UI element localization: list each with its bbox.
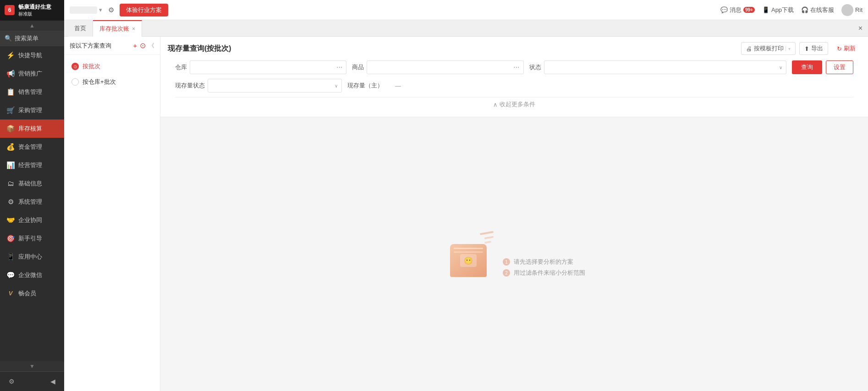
- status-label: 状态: [529, 63, 541, 71]
- refresh-label: 刷新: [844, 44, 856, 53]
- sidebar-item-marketing[interactable]: 📢 营销推广: [0, 65, 64, 83]
- page-header-top: 现存量查询(按批次) 🖨 按模板打印 ▾ ⬆ 导出 ↻: [168, 42, 861, 55]
- query-btn[interactable]: 查询: [792, 60, 822, 74]
- scheme-item-batch[interactable]: ⊙ 按批次: [64, 59, 160, 74]
- sidebar-item-apps[interactable]: 📱 应用中心: [0, 248, 64, 266]
- scheme-list: ⊙ 按批次 按仓库+批次: [64, 55, 160, 93]
- refresh-btn[interactable]: ↻ 刷新: [832, 42, 861, 55]
- sidebar-item-cooperation[interactable]: 🤝 企业协同: [0, 211, 64, 229]
- sidebar-item-finance[interactable]: 💰 资金管理: [0, 138, 64, 156]
- online-service-btn[interactable]: 🎧 在线客服: [801, 6, 834, 14]
- trial-industry-btn[interactable]: 体验行业方案: [120, 4, 168, 16]
- topbar: ▾ ⚙ 体验行业方案 💬 消息 99+ 📱 App下载 🎧 在线客服 Rit: [64, 0, 868, 20]
- scheme-settings-btn[interactable]: ⊙: [140, 41, 146, 50]
- sidebar-header: 6 畅康通好生意 标准版: [0, 0, 64, 21]
- messages-btn[interactable]: 💬 消息 99+: [720, 6, 755, 14]
- sidebar-item-system[interactable]: ⚙ 系统管理: [0, 193, 64, 211]
- print-template-btn[interactable]: 🖨 按模板打印 ▾: [741, 42, 796, 55]
- sidebar-item-operation[interactable]: 📊 经营管理: [0, 156, 64, 174]
- sidebar-collapse-btn[interactable]: ◀: [48, 376, 58, 386]
- tab-panel-close-btn[interactable]: ×: [853, 24, 868, 33]
- empty-state: 😶 1 请先选择要分析的方案 2 用: [160, 117, 868, 391]
- print-icon: 🖨: [746, 45, 752, 52]
- warehouse-input[interactable]: ···: [190, 60, 346, 74]
- scheme-item-warehouse-batch[interactable]: 按仓库+批次: [64, 74, 160, 90]
- headset-icon: 🎧: [801, 6, 808, 13]
- sidebar-scroll-up[interactable]: ▲: [0, 21, 64, 31]
- page-header: 现存量查询(按批次) 🖨 按模板打印 ▾ ⬆ 导出 ↻: [160, 37, 868, 117]
- tab-close-icon[interactable]: ×: [132, 26, 135, 32]
- empty-illustration: 😶: [443, 231, 494, 277]
- tab-batch-account[interactable]: 库存批次账 ×: [93, 20, 142, 37]
- warehouse-dots-icon[interactable]: ···: [336, 63, 342, 71]
- scheme-collapse-btn[interactable]: 《: [148, 42, 154, 50]
- app-download-label: App下载: [771, 6, 794, 14]
- sidebar-item-member[interactable]: V 畅会员: [0, 284, 64, 303]
- tabbar: 首页 库存批次账 × ×: [64, 20, 868, 37]
- sidebar-item-sales[interactable]: 📋 销售管理: [0, 83, 64, 101]
- tip-text-1: 请先选择要分析的方案: [514, 258, 573, 266]
- topbar-right: 💬 消息 99+ 📱 App下载 🎧 在线客服 Rit: [720, 4, 863, 16]
- collapse-bar[interactable]: ∧ 收起更多条件: [175, 97, 853, 111]
- apps-icon: 📱: [6, 253, 15, 261]
- stock-status-arrow-icon: ∨: [335, 83, 338, 88]
- sidebar-item-guide[interactable]: 🎯 新手引导: [0, 229, 64, 248]
- sidebar-item-label: 基础信息: [18, 179, 42, 188]
- online-service-label: 在线客服: [810, 6, 834, 14]
- sidebar-item-label: 经营管理: [18, 161, 42, 169]
- sidebar-item-label: 营销推广: [18, 70, 42, 78]
- sales-icon: 📋: [6, 88, 15, 96]
- topbar-left: ▾ ⚙ 体验行业方案: [70, 4, 168, 16]
- message-icon: 💬: [720, 6, 728, 13]
- sidebar-settings-btn[interactable]: ⚙: [6, 376, 16, 386]
- product-filter: 商品 ···: [352, 60, 523, 74]
- tip-num-1: 1: [503, 258, 510, 266]
- product-dots-icon[interactable]: ···: [513, 63, 519, 71]
- basic-icon: 🗂: [6, 179, 15, 188]
- stock-status-select[interactable]: ∨: [208, 79, 342, 92]
- guide-icon: 🎯: [6, 234, 15, 243]
- member-icon: V: [6, 289, 15, 298]
- empty-line-1: [480, 231, 494, 235]
- scheme-item-batch-label: 按批次: [82, 62, 100, 71]
- message-badge: 99+: [743, 7, 755, 13]
- sidebar-item-label: 库存核算: [18, 125, 42, 133]
- sidebar-item-label: 系统管理: [18, 198, 42, 206]
- app-download-btn[interactable]: 📱 App下载: [762, 6, 794, 14]
- topbar-settings-icon[interactable]: ⚙: [106, 5, 116, 15]
- box-line-1: [454, 248, 483, 249]
- app-name: 畅康通好生意: [18, 4, 51, 11]
- app-name-block: 畅康通好生意 标准版: [18, 4, 51, 17]
- export-icon: ⬆: [804, 45, 809, 52]
- user-profile[interactable]: Rit: [841, 4, 863, 16]
- collapse-label: 收起更多条件: [500, 100, 535, 109]
- sidebar-search[interactable]: 🔍 搜索菜单: [0, 31, 64, 46]
- filter-area: 仓库 ··· 商品 ···: [168, 60, 861, 117]
- filter-settings-btn[interactable]: 设置: [826, 60, 853, 74]
- print-dropdown-arrow[interactable]: ▾: [786, 46, 791, 51]
- scheme-add-btn[interactable]: +: [133, 42, 137, 49]
- sidebar-scroll-down[interactable]: ▼: [0, 361, 64, 371]
- status-select[interactable]: ∨: [544, 60, 786, 74]
- sidebar-item-quick-nav[interactable]: ⚡ 快捷导航: [0, 46, 64, 65]
- marketing-icon: 📢: [6, 70, 15, 78]
- empty-tips: 1 请先选择要分析的方案 2 用过滤条件来缩小分析范围: [503, 258, 585, 277]
- quick-nav-icon: ⚡: [6, 51, 15, 60]
- scheme-header-label: 按以下方案查询: [70, 42, 111, 50]
- sidebar-item-wechat[interactable]: 💬 企业微信: [0, 266, 64, 284]
- filter-row-2: 现存量状态 ∨ 现存量（主） —: [175, 79, 853, 92]
- product-input[interactable]: ···: [367, 60, 523, 74]
- tab-home[interactable]: 首页: [68, 20, 93, 37]
- sidebar-item-inventory[interactable]: 📦 库存核算: [0, 119, 64, 138]
- sidebar-item-label: 采购管理: [18, 106, 42, 114]
- dropdown-arrow-icon[interactable]: ▾: [99, 6, 102, 13]
- scheme-dot-red: ⊙: [71, 63, 79, 70]
- tip-text-2: 用过滤条件来缩小分析范围: [514, 269, 585, 277]
- sidebar-item-basic[interactable]: 🗂 基础信息: [0, 174, 64, 193]
- filter-row-right: 查询 设置: [792, 60, 853, 74]
- sidebar-item-purchase[interactable]: 🛒 采购管理: [0, 101, 64, 119]
- empty-tip-2: 2 用过滤条件来缩小分析范围: [503, 269, 585, 277]
- export-btn[interactable]: ⬆ 导出: [799, 42, 828, 55]
- empty-tip-1: 1 请先选择要分析的方案: [503, 258, 585, 266]
- status-arrow-icon: ∨: [779, 65, 782, 70]
